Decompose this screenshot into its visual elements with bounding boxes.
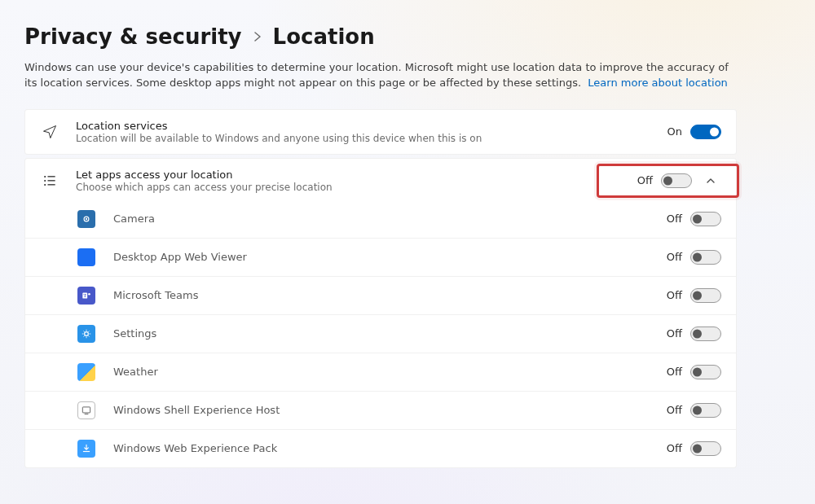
svg-rect-5	[48, 184, 55, 185]
location-arrow-icon	[40, 124, 59, 140]
chevron-right-icon	[253, 32, 262, 42]
svg-point-2	[44, 180, 46, 182]
location-services-row[interactable]: Location services Location will be avail…	[24, 109, 737, 155]
let-apps-title: Let apps access your location	[76, 169, 621, 181]
app-state: Off	[667, 404, 682, 416]
learn-more-link[interactable]: Learn more about location	[588, 77, 728, 89]
svg-text:T: T	[83, 292, 86, 297]
svg-point-7	[86, 218, 87, 220]
app-name: Desktop App Web Viewer	[113, 251, 649, 263]
page-description: Windows can use your device's capabiliti…	[24, 60, 734, 91]
app-permissions-list: Camera Off Desktop App Web Viewer Off T …	[24, 200, 737, 468]
svg-point-0	[44, 176, 46, 177]
camera-toggle[interactable]	[690, 212, 721, 226]
chevron-up-icon[interactable]	[700, 176, 721, 186]
breadcrumb: Privacy & security Location	[24, 24, 786, 49]
desktop-web-viewer-app-icon	[77, 248, 95, 266]
app-name: Settings	[113, 327, 649, 340]
page-title: Location	[273, 24, 375, 49]
weather-toggle[interactable]	[690, 365, 721, 379]
location-services-subtitle: Location will be available to Windows an…	[76, 133, 651, 144]
svg-point-10	[88, 293, 90, 296]
list-item: T Microsoft Teams Off	[25, 276, 736, 314]
location-services-toggle[interactable]	[690, 125, 721, 139]
app-state: Off	[667, 442, 682, 454]
list-item: Desktop App Web Viewer Off	[25, 238, 736, 276]
app-state: Off	[667, 251, 682, 263]
app-state: Off	[667, 213, 682, 225]
web-experience-toggle[interactable]	[690, 441, 721, 456]
settings-app-icon	[77, 325, 95, 343]
svg-point-4	[44, 184, 46, 186]
let-apps-state: Off	[637, 174, 653, 186]
app-state: Off	[667, 289, 682, 301]
app-name: Weather	[113, 366, 649, 378]
let-apps-subtitle: Choose which apps can access your precis…	[76, 182, 621, 193]
shell-experience-toggle[interactable]	[690, 403, 721, 418]
location-services-title: Location services	[76, 120, 651, 132]
svg-rect-1	[48, 176, 55, 177]
svg-rect-13	[85, 414, 89, 414]
svg-point-11	[85, 331, 89, 335]
list-item: Weather Off	[25, 353, 736, 391]
app-state: Off	[667, 327, 682, 340]
web-experience-app-icon	[77, 440, 95, 458]
let-apps-toggle[interactable]	[661, 173, 692, 188]
svg-rect-14	[83, 451, 90, 452]
list-item: Windows Shell Experience Host Off	[25, 391, 736, 429]
svg-rect-3	[48, 180, 55, 181]
settings-toggle[interactable]	[690, 327, 721, 341]
app-state: Off	[667, 366, 682, 378]
list-item: Windows Web Experience Pack Off	[25, 429, 736, 467]
weather-app-icon	[77, 363, 95, 381]
list-item: Camera Off	[25, 200, 736, 238]
let-apps-access-row[interactable]: Let apps access your location Choose whi…	[24, 158, 737, 204]
app-name: Camera	[113, 213, 649, 225]
svg-rect-12	[82, 407, 90, 413]
camera-app-icon	[77, 210, 95, 228]
microsoft-teams-app-icon: T	[77, 287, 95, 305]
microsoft-teams-toggle[interactable]	[690, 288, 721, 303]
desktop-web-viewer-toggle[interactable]	[690, 250, 721, 265]
list-details-icon	[40, 173, 59, 189]
list-item: Settings Off	[25, 314, 736, 353]
app-name: Windows Shell Experience Host	[113, 404, 649, 416]
app-name: Microsoft Teams	[113, 289, 649, 301]
breadcrumb-parent[interactable]: Privacy & security	[24, 24, 242, 49]
app-name: Windows Web Experience Pack	[113, 442, 649, 454]
shell-experience-app-icon	[77, 401, 95, 419]
location-services-state: On	[667, 125, 682, 138]
